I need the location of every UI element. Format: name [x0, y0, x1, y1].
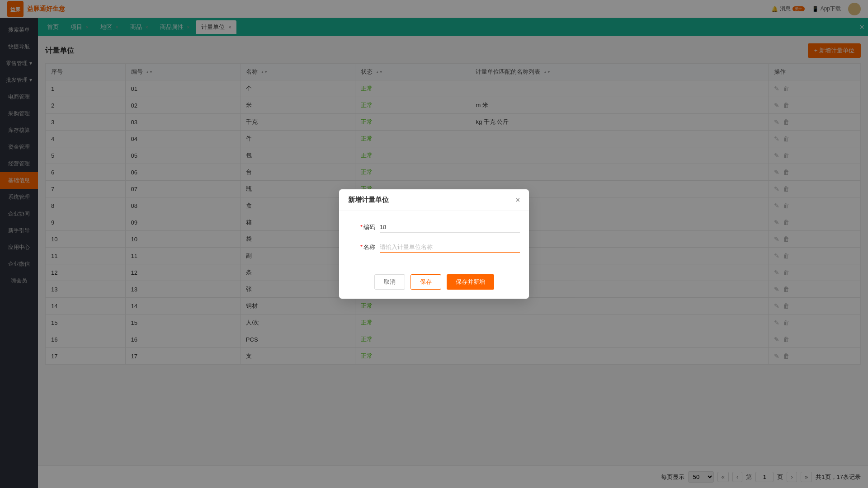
modal-title: 新增计量单位	[348, 196, 389, 204]
form-row-name: *名称	[348, 242, 520, 253]
modal-overlay[interactable]: 新增计量单位 × *编码 *名称 取消 保存 保存并新增	[0, 0, 868, 488]
modal-box: 新增计量单位 × *编码 *名称 取消 保存 保存并新增	[339, 189, 529, 299]
required-star: *	[360, 224, 363, 230]
modal-footer: 取消 保存 保存并新增	[339, 269, 529, 299]
save-new-button[interactable]: 保存并新增	[447, 274, 494, 290]
modal-close-btn[interactable]: ×	[516, 196, 520, 204]
required-star-name: *	[360, 244, 363, 250]
code-label: *编码	[348, 223, 375, 231]
cancel-button[interactable]: 取消	[374, 274, 405, 290]
name-label: *名称	[348, 243, 375, 251]
code-input[interactable]	[380, 222, 520, 233]
form-row-code: *编码	[348, 222, 520, 233]
modal-header: 新增计量单位 ×	[339, 189, 529, 211]
modal-body: *编码 *名称	[339, 211, 529, 269]
save-button[interactable]: 保存	[410, 274, 441, 290]
name-input[interactable]	[380, 242, 520, 253]
